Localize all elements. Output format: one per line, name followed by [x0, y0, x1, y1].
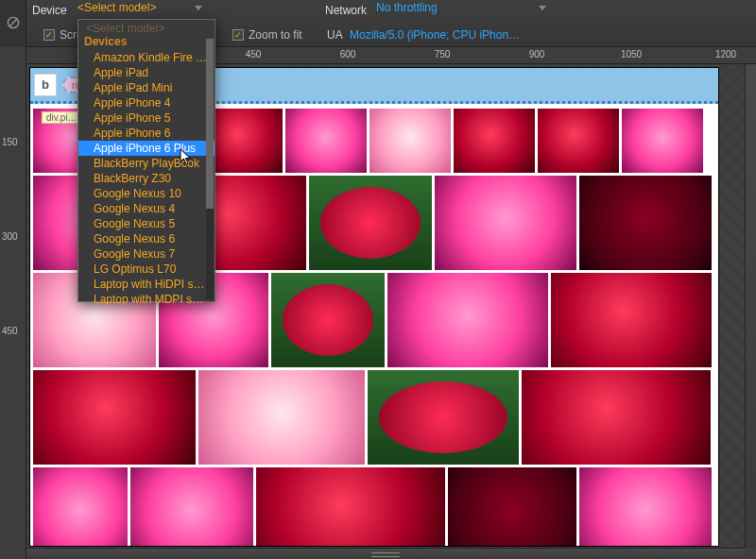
- device-select[interactable]: <Select model>: [77, 1, 202, 14]
- dropdown-scrollbar-thumb[interactable]: [206, 39, 214, 209]
- device-option[interactable]: Apple iPad: [78, 65, 215, 80]
- image-thumb[interactable]: [271, 273, 385, 367]
- device-option[interactable]: Apple iPhone 4: [78, 95, 215, 110]
- device-option[interactable]: Google Nexus 10: [78, 186, 215, 201]
- drawer-grip-icon[interactable]: [371, 552, 400, 557]
- image-thumb[interactable]: [368, 370, 519, 465]
- zoom-checkbox-label: Zoom to fit: [249, 28, 302, 42]
- checkbox-mark-icon: ✓: [232, 29, 244, 41]
- device-option[interactable]: Google Nexus 5: [78, 216, 215, 231]
- mouse-cursor-icon: [180, 148, 193, 169]
- image-thumb[interactable]: [448, 467, 576, 546]
- image-thumb[interactable]: [538, 109, 619, 173]
- image-thumb[interactable]: [256, 467, 445, 546]
- chevron-down-icon: [195, 6, 202, 10]
- image-thumb[interactable]: [369, 109, 451, 173]
- ruler-tick-label: 1200: [715, 49, 736, 59]
- vertical-scrollbar[interactable]: [745, 64, 756, 548]
- ruler-tick-label: 1050: [621, 49, 642, 59]
- device-option[interactable]: Apple iPad Mini: [78, 80, 215, 95]
- device-option[interactable]: Google Nexus 7: [78, 246, 215, 262]
- device-label: Device: [32, 4, 67, 17]
- image-thumb[interactable]: [33, 370, 196, 465]
- ruler-tick-label: 750: [435, 49, 451, 59]
- device-option[interactable]: BlackBerry PlayBook: [78, 156, 215, 171]
- ruler-tick-label: 300: [2, 231, 18, 242]
- device-option[interactable]: Laptop with HiDPI screen: [78, 277, 215, 292]
- image-thumb[interactable]: [579, 467, 712, 546]
- image-thumb[interactable]: [622, 109, 703, 173]
- inspect-disabled-icon[interactable]: [0, 0, 26, 47]
- device-option[interactable]: Apple iPhone 5: [78, 110, 215, 126]
- network-select-value: No throttling: [376, 1, 438, 14]
- image-thumb[interactable]: [454, 109, 535, 173]
- element-inspect-tooltip: div.pi…: [42, 111, 82, 124]
- image-thumb[interactable]: [522, 370, 711, 465]
- network-throttling-select[interactable]: No throttling: [376, 1, 546, 14]
- checkbox-mark-icon: ✓: [43, 29, 55, 41]
- ruler-tick-label: 450: [2, 326, 18, 336]
- image-thumb[interactable]: [435, 176, 576, 270]
- ruler-tick-label: 900: [529, 49, 545, 59]
- svg-line-1: [9, 18, 16, 25]
- image-thumb[interactable]: [33, 467, 128, 546]
- image-thumb[interactable]: [198, 370, 365, 465]
- dropdown-placeholder-echo: <Select model>: [80, 20, 205, 37]
- device-select-value: <Select model>: [77, 1, 156, 14]
- image-thumb[interactable]: [285, 109, 367, 173]
- ruler-tick-label: 150: [2, 137, 18, 147]
- device-option[interactable]: BlackBerry Z30: [78, 171, 215, 186]
- image-thumb[interactable]: [130, 467, 253, 546]
- device-option[interactable]: Apple iPhone 6: [78, 126, 215, 141]
- image-thumb[interactable]: [579, 176, 712, 270]
- ua-label: UA: [327, 28, 343, 42]
- device-option[interactable]: Laptop with MDPI screen: [78, 292, 215, 305]
- device-option[interactable]: LG Optimus L70: [78, 262, 215, 277]
- ua-value[interactable]: Mozilla/5.0 (iPhone; CPU iPhon…: [350, 28, 567, 42]
- device-option[interactable]: Google Nexus 6: [78, 231, 215, 246]
- network-label: Network: [325, 4, 367, 17]
- bing-logo-icon[interactable]: b: [34, 74, 57, 96]
- device-option[interactable]: Amazon Kindle Fire HDX: [78, 50, 215, 65]
- device-option[interactable]: Google Nexus 4: [78, 201, 215, 216]
- image-thumb[interactable]: [309, 176, 432, 270]
- vertical-ruler: 150300450: [0, 47, 26, 559]
- image-thumb[interactable]: [551, 273, 712, 367]
- ruler-tick-label: 600: [340, 49, 356, 59]
- ruler-tick-label: 450: [246, 49, 262, 59]
- image-thumb[interactable]: [387, 273, 548, 367]
- device-option[interactable]: Apple iPhone 6 Plus: [78, 141, 215, 156]
- device-dropdown-panel: <Select model> Devices Amazon Kindle Fir…: [77, 19, 215, 302]
- device-options-list: Amazon Kindle Fire HDXApple iPadApple iP…: [78, 50, 215, 305]
- horizontal-scrollbar[interactable]: [26, 548, 745, 559]
- zoom-to-fit-checkbox[interactable]: ✓ Zoom to fit: [232, 28, 302, 42]
- chevron-down-icon: [539, 6, 546, 10]
